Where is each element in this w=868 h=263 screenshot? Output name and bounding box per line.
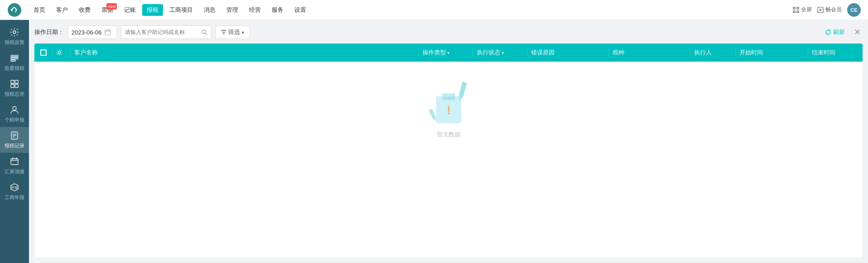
filter-arrow-icon: ▾ <box>242 30 244 35</box>
filter-label: 筛选 <box>228 28 240 36</box>
svg-rect-3 <box>797 7 799 9</box>
th-operation-type[interactable]: 操作类型 ▾ <box>419 49 473 57</box>
nav-item-tax[interactable]: 报税 <box>142 4 163 16</box>
column-settings-icon[interactable] <box>56 49 62 56</box>
sidebar-item-batch-tax[interactable]: 批量报税 <box>0 49 29 75</box>
svg-point-15 <box>13 107 16 110</box>
svg-point-30 <box>58 52 61 54</box>
nav-item-settings[interactable]: 设置 <box>290 4 311 16</box>
nav-item-billing[interactable]: 收费 <box>74 4 95 16</box>
sidebar-item-label: 报税设置 <box>5 39 24 46</box>
refresh-icon <box>825 29 831 35</box>
svg-rect-14 <box>15 84 18 88</box>
sidebar-item-label: 工商年报 <box>5 194 24 201</box>
clipboard-body: ! <box>434 91 463 125</box>
nav-item-service[interactable]: 服务 <box>267 4 288 16</box>
personal-tax-icon <box>10 105 19 115</box>
close-button[interactable]: ✕ <box>852 28 863 36</box>
svg-rect-9 <box>11 58 18 59</box>
member-label: 畅会员 <box>825 6 842 14</box>
tax-record-icon <box>10 131 19 141</box>
sidebar-item-annual-report[interactable]: 年报工商年报 <box>0 179 29 205</box>
nav-item-message[interactable]: 消息 <box>199 4 220 16</box>
svg-rect-38 <box>428 109 436 119</box>
table-wrapper: 客户名称 操作类型 ▾ 执行状态 ▾ 错误原因 税种 执行人 <box>34 44 863 258</box>
table-body: ! 暂无数据 <box>34 62 863 258</box>
app-logo[interactable] <box>7 3 22 17</box>
select-all-checkbox[interactable] <box>40 49 47 56</box>
sort-icon: ▾ <box>447 50 450 55</box>
filter-icon <box>221 29 226 35</box>
svg-rect-5 <box>797 11 799 13</box>
th-end-time: 结束时间 <box>808 49 863 57</box>
th-executor: 执行人 <box>691 49 736 57</box>
svg-rect-36 <box>442 93 455 97</box>
annual-report-icon: 年报 <box>10 182 19 192</box>
sidebar-item-tax-record[interactable]: 报税记录 <box>0 127 29 153</box>
table-header: 客户名称 操作类型 ▾ 执行状态 ▾ 错误原因 税种 执行人 <box>34 44 863 62</box>
svg-rect-24 <box>105 30 110 35</box>
search-box[interactable] <box>121 25 211 39</box>
fullscreen-button[interactable]: 全屏 <box>793 6 812 14</box>
refresh-label: 刷新 <box>833 28 845 36</box>
top-nav-right: 全屏 畅会员 CE <box>793 3 861 17</box>
settlement-icon <box>10 156 19 166</box>
svg-rect-8 <box>11 55 18 57</box>
svg-rect-2 <box>793 7 795 9</box>
nav-item-invoice[interactable]: 票据new <box>97 4 118 16</box>
main-layout: 报税设置批量报税报税总览个税申报报税记录汇算清缴年报工商年报 操作日期： 202… <box>0 20 868 263</box>
nav-item-business[interactable]: 工商项目 <box>165 4 197 16</box>
search-icon <box>201 29 207 35</box>
date-label: 操作日期： <box>34 28 64 36</box>
sidebar-item-tax-settings[interactable]: 报税设置 <box>0 24 29 49</box>
top-nav: 首页客户收费票据new记账报税工商项目消息管理经营服务设置 全屏 畅会员 CE <box>0 0 868 20</box>
date-value: 2023-06-06 <box>72 29 102 36</box>
avatar[interactable]: CE <box>847 3 861 17</box>
svg-rect-12 <box>15 80 18 83</box>
tax-settings-icon <box>10 27 19 37</box>
svg-line-29 <box>205 33 207 35</box>
th-checkbox[interactable] <box>34 49 53 56</box>
th-start-time: 开始时间 <box>736 49 808 57</box>
nav-item-customer[interactable]: 客户 <box>52 4 72 16</box>
sidebar-item-settlement[interactable]: 汇算清缴 <box>0 153 29 179</box>
th-customer-name: 客户名称 <box>71 49 419 57</box>
svg-rect-13 <box>11 84 14 88</box>
sidebar-item-label: 汇算清缴 <box>5 168 24 175</box>
nav-item-manage[interactable]: 管理 <box>222 4 243 16</box>
fullscreen-label: 全屏 <box>801 6 812 14</box>
svg-rect-20 <box>11 159 18 165</box>
empty-state: ! 暂无数据 <box>34 62 863 157</box>
svg-point-0 <box>8 3 21 17</box>
svg-rect-4 <box>793 11 795 13</box>
nav-item-operation[interactable]: 经营 <box>245 4 265 16</box>
fullscreen-icon <box>793 7 799 13</box>
sidebar-item-label: 批量报税 <box>5 65 24 72</box>
th-error-reason: 错误原因 <box>528 49 609 57</box>
sidebar-item-personal-tax[interactable]: 个税申报 <box>0 101 29 127</box>
member-icon <box>817 7 824 13</box>
th-settings <box>53 49 71 56</box>
sidebar-item-tax-overview[interactable]: 报税总览 <box>0 75 29 101</box>
th-exec-status[interactable]: 执行状态 ▾ <box>473 49 528 57</box>
svg-point-1 <box>11 9 13 11</box>
nav-item-home[interactable]: 首页 <box>29 4 50 16</box>
search-input[interactable] <box>125 29 198 35</box>
sort-icon: ▾ <box>502 50 504 55</box>
svg-rect-10 <box>11 60 15 61</box>
empty-text: 暂无数据 <box>437 131 460 139</box>
tax-overview-icon <box>10 79 19 89</box>
filter-button[interactable]: 筛选 ▾ <box>215 25 250 39</box>
calendar-icon <box>105 29 111 35</box>
content-area: 操作日期： 2023-06-06 <box>29 20 868 263</box>
sidebar-item-label: 报税总览 <box>5 91 24 97</box>
nav-item-account[interactable]: 记账 <box>120 4 140 16</box>
nav-items: 首页客户收费票据new记账报税工商项目消息管理经营服务设置 <box>29 4 793 16</box>
refresh-button[interactable]: 刷新 <box>821 26 849 38</box>
toolbar: 操作日期： 2023-06-06 <box>34 25 863 39</box>
member-button[interactable]: 畅会员 <box>817 6 842 14</box>
svg-point-28 <box>202 30 206 34</box>
batch-tax-icon <box>10 53 19 63</box>
date-input[interactable]: 2023-06-06 <box>67 25 117 39</box>
svg-rect-11 <box>11 80 14 83</box>
